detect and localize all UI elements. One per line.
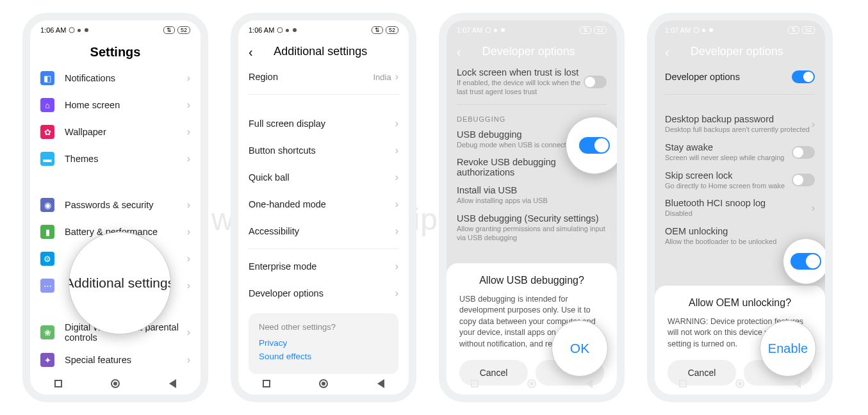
alarm-icon [485, 27, 491, 33]
settings-row-wallpaper[interactable]: ✿ Wallpaper › [40, 118, 190, 145]
nav-bar [446, 377, 617, 391]
row-label: Developer options [249, 288, 395, 298]
status-time: 1:06 AM [40, 26, 66, 34]
recents-nav-icon[interactable] [679, 380, 687, 387]
settings-row-special[interactable]: ✦ Special features › [40, 346, 190, 373]
chevron-right-icon: › [395, 199, 398, 210]
svg-point-3 [293, 28, 297, 32]
row-skip-lock[interactable]: Skip screen lock Go directly to Home scr… [665, 167, 815, 195]
row-value: India [373, 72, 391, 82]
row-sub: Desktop full backups aren't currently pr… [665, 126, 812, 134]
toggle-lock-trust[interactable] [584, 76, 607, 88]
row-bt-snoop[interactable]: Bluetooth HCI snoop log Disabled › [665, 194, 815, 222]
back-nav-icon[interactable] [585, 379, 593, 388]
settings-row-passwords[interactable]: ◉ Passwords & security › [40, 191, 190, 218]
row-region[interactable]: Region India › [249, 63, 398, 90]
home-nav-icon[interactable] [735, 379, 744, 388]
sound-link[interactable]: Sound effects [259, 352, 388, 361]
row-lock-trust[interactable]: Lock screen when trust is lost If enable… [457, 63, 607, 101]
recents-nav-icon[interactable] [471, 380, 479, 387]
nav-bar [238, 377, 409, 391]
svg-point-4 [486, 28, 491, 33]
row-quickball[interactable]: Quick ball › [249, 164, 398, 191]
chevron-right-icon: › [395, 225, 398, 237]
row-label: OEM unlocking [665, 226, 815, 236]
row-fullscreen[interactable]: Full screen display › [249, 110, 398, 137]
usb-debugging-toggle[interactable] [579, 137, 610, 154]
battery-icon: 52 [386, 26, 398, 34]
magnifier-highlight: Additional settings [69, 232, 171, 334]
alarm-icon [277, 27, 283, 33]
row-label: Bluetooth HCI snoop log [665, 198, 812, 208]
signal-icon: ⇅ [163, 26, 175, 34]
status-dot-icon [286, 29, 289, 32]
battery-icon: 52 [802, 26, 815, 34]
recents-nav-icon[interactable] [54, 380, 62, 387]
row-label: Wallpaper [65, 127, 187, 137]
settings-row-notifications[interactable]: ◧ Notifications › [40, 65, 190, 92]
chevron-right-icon: › [187, 153, 190, 165]
back-button[interactable]: ‹ [665, 45, 669, 58]
skip-lock-toggle[interactable] [792, 174, 815, 186]
page-header: ‹ Additional settings [238, 40, 409, 63]
oem-unlocking-toggle[interactable] [790, 253, 821, 270]
privacy-link[interactable]: Privacy [259, 338, 388, 348]
back-nav-icon[interactable] [377, 379, 384, 388]
chevron-right-icon: › [187, 280, 190, 291]
shield-icon: ◉ [40, 198, 54, 212]
settings-row-home[interactable]: ⌂ Home screen › [40, 92, 190, 118]
developer-options-toggle[interactable] [792, 70, 815, 83]
row-sub: Allow granting permissions and simulatin… [457, 225, 607, 243]
signal-icon: ⇅ [372, 26, 383, 34]
status-dot-icon [78, 29, 81, 32]
home-nav-icon[interactable] [319, 379, 328, 388]
back-nav-icon[interactable] [794, 379, 801, 388]
home-icon: ⌂ [40, 98, 54, 112]
divider [665, 94, 815, 95]
page-title: Additional settings [253, 45, 388, 58]
magnifier-oem-toggle [783, 238, 829, 284]
status-dot-icon [702, 29, 705, 32]
wallpaper-icon: ✿ [40, 125, 54, 139]
settings-status-icon [708, 27, 714, 33]
page-header: Settings [30, 40, 201, 65]
row-usb-security[interactable]: USB debugging (Security settings) Allow … [457, 209, 607, 247]
settings-row-themes[interactable]: ▬ Themes › [40, 145, 190, 172]
row-developer[interactable]: Developer options › [249, 280, 398, 307]
row-onehanded[interactable]: One-handed mode › [249, 191, 398, 218]
chevron-right-icon: › [395, 288, 398, 299]
home-nav-icon[interactable] [527, 379, 536, 388]
phone-4: 1:07 AM ⇅ 52 ‹ Developer options Develop… [647, 13, 833, 402]
signal-icon: ⇅ [788, 26, 799, 34]
home-nav-icon[interactable] [111, 379, 120, 388]
back-nav-icon[interactable] [169, 379, 176, 388]
magnifier-ok-text: OK [570, 341, 589, 356]
row-label: Region [249, 72, 373, 82]
status-bar: 1:06 AM ⇅ 52 [30, 20, 201, 40]
row-sub: Allow installing apps via USB [457, 197, 607, 206]
magnifier-ok: OK [552, 320, 608, 377]
row-stay-awake[interactable]: Stay awake Screen will never sleep while… [665, 138, 815, 167]
chevron-right-icon: › [395, 71, 398, 83]
svg-point-5 [501, 28, 505, 32]
row-shortcuts[interactable]: Button shortcuts › [249, 137, 398, 164]
row-enterprise[interactable]: Enterprise mode › [249, 253, 398, 280]
special-icon: ✦ [40, 353, 54, 367]
back-button[interactable]: ‹ [249, 45, 253, 58]
svg-point-7 [709, 28, 713, 32]
divider [249, 248, 398, 249]
row-dev-options[interactable]: Developer options [665, 63, 815, 90]
stay-awake-toggle[interactable] [792, 146, 815, 159]
nav-bar [655, 377, 825, 391]
row-install-usb[interactable]: Install via USB Allow installing apps vi… [457, 181, 607, 209]
battery-icon: 52 [594, 26, 607, 34]
row-label: Enterprise mode [249, 261, 395, 272]
row-accessibility[interactable]: Accessibility › [249, 218, 398, 245]
row-backup[interactable]: Desktop backup password Desktop full bac… [665, 110, 815, 138]
chevron-right-icon: › [187, 327, 190, 338]
recents-nav-icon[interactable] [263, 380, 270, 387]
row-label: One-handed mode [249, 199, 395, 209]
back-button[interactable]: ‹ [457, 45, 461, 58]
page-header: ‹ Developer options [446, 40, 617, 63]
chevron-right-icon: › [187, 354, 190, 366]
